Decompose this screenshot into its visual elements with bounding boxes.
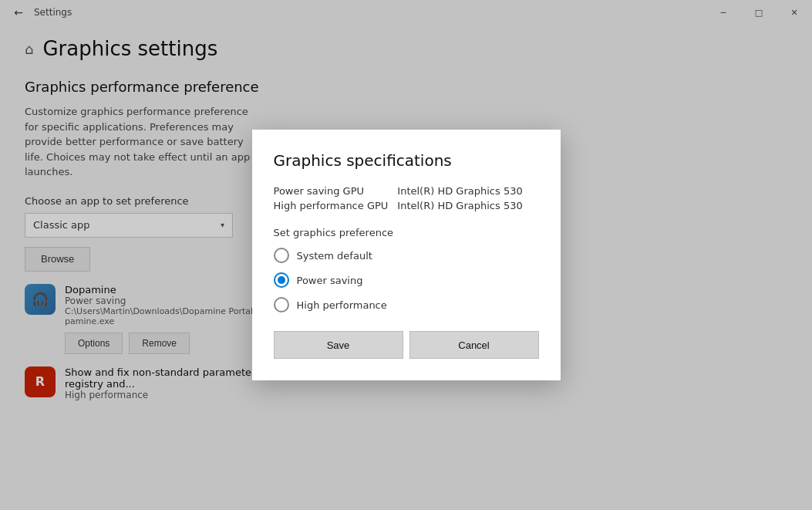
radio-circle-high-performance — [274, 297, 289, 312]
radio-circle-power-saving — [274, 272, 289, 288]
dialog-title: Graphics specifications — [274, 151, 539, 170]
power-saving-gpu-value: Intel(R) HD Graphics 530 — [397, 185, 538, 197]
radio-label-system-default: System default — [297, 250, 372, 262]
graphics-specs-dialog: Graphics specifications Power saving GPU… — [252, 130, 561, 380]
dialog-actions: Save Cancel — [274, 331, 539, 359]
gpu-info: Power saving GPU Intel(R) HD Graphics 53… — [274, 185, 539, 211]
radio-label-high-performance: High performance — [297, 299, 387, 311]
radio-circle-system-default — [274, 248, 289, 263]
cancel-button[interactable]: Cancel — [409, 331, 539, 359]
save-button[interactable]: Save — [274, 331, 403, 359]
high-performance-gpu-value: Intel(R) HD Graphics 530 — [397, 200, 538, 211]
dialog-overlay: Graphics specifications Power saving GPU… — [0, 0, 812, 510]
radio-item-power-saving[interactable]: Power saving — [274, 272, 539, 288]
power-saving-gpu-label: Power saving GPU — [274, 185, 389, 197]
high-performance-gpu-label: High performance GPU — [274, 200, 389, 211]
pref-label: Set graphics preference — [274, 227, 539, 238]
graphics-preference-radio-group: System default Power saving High perform… — [274, 248, 539, 312]
radio-label-power-saving: Power saving — [297, 275, 363, 286]
radio-item-high-performance[interactable]: High performance — [274, 297, 539, 312]
radio-item-system-default[interactable]: System default — [274, 248, 539, 263]
